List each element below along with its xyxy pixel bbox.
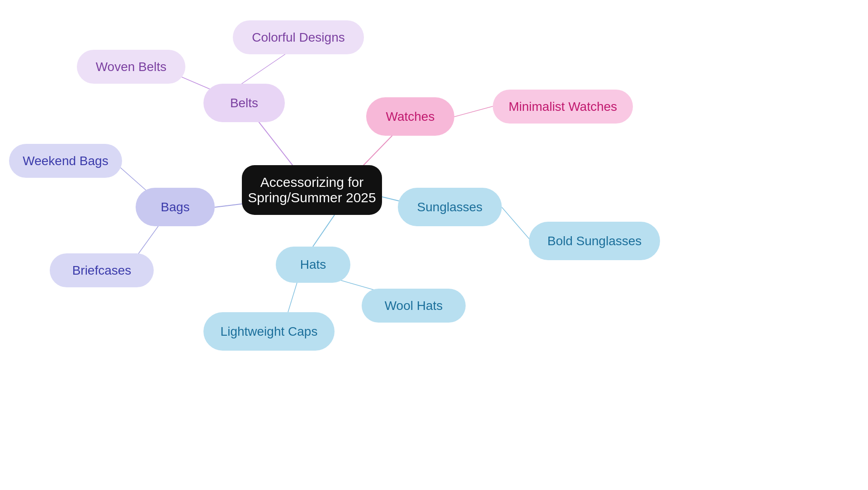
watches-node[interactable]: Watches bbox=[366, 97, 454, 136]
lightweight-caps-label: Lightweight Caps bbox=[221, 324, 318, 339]
bags-label: Bags bbox=[161, 200, 190, 214]
belts-label: Belts bbox=[230, 96, 258, 110]
minimalist-watches-label: Minimalist Watches bbox=[509, 100, 617, 114]
svg-line-9 bbox=[502, 207, 531, 241]
briefcases-node[interactable]: Briefcases bbox=[50, 253, 154, 287]
bold-sunglasses-label: Bold Sunglasses bbox=[547, 234, 642, 248]
wool-hats-node[interactable]: Wool Hats bbox=[362, 289, 466, 323]
wool-hats-label: Wool Hats bbox=[385, 299, 443, 313]
center-node[interactable]: Accessorizing for Spring/Summer 2025 bbox=[242, 165, 382, 215]
minimalist-watches-node[interactable]: Minimalist Watches bbox=[493, 90, 633, 124]
sunglasses-label: Sunglasses bbox=[417, 200, 483, 214]
hats-node[interactable]: Hats bbox=[276, 247, 350, 283]
hats-label: Hats bbox=[300, 257, 326, 272]
svg-line-11 bbox=[288, 278, 298, 312]
svg-line-4 bbox=[454, 106, 493, 117]
center-label: Accessorizing for Spring/Summer 2025 bbox=[248, 175, 376, 205]
briefcases-label: Briefcases bbox=[72, 263, 132, 278]
watches-label: Watches bbox=[386, 109, 435, 124]
belts-node[interactable]: Belts bbox=[203, 84, 285, 122]
woven-belts-label: Woven Belts bbox=[96, 60, 167, 74]
svg-line-10 bbox=[313, 215, 335, 247]
colorful-designs-node[interactable]: Colorful Designs bbox=[233, 20, 364, 54]
bold-sunglasses-node[interactable]: Bold Sunglasses bbox=[529, 222, 660, 260]
lightweight-caps-node[interactable]: Lightweight Caps bbox=[203, 312, 335, 351]
woven-belts-node[interactable]: Woven Belts bbox=[77, 50, 185, 84]
bags-node[interactable]: Bags bbox=[136, 188, 215, 226]
colorful-designs-label: Colorful Designs bbox=[252, 30, 344, 45]
sunglasses-node[interactable]: Sunglasses bbox=[398, 188, 502, 226]
weekend-bags-label: Weekend Bags bbox=[23, 154, 108, 168]
weekend-bags-node[interactable]: Weekend Bags bbox=[9, 144, 122, 178]
